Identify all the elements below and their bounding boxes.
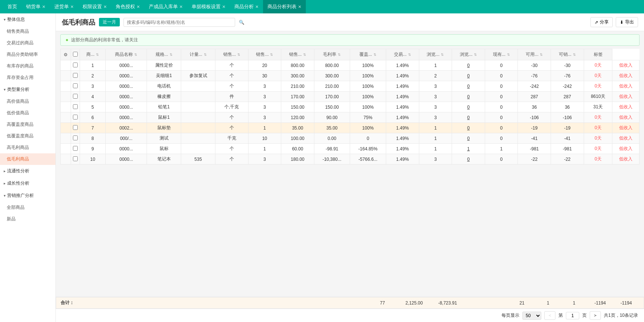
sidebar-item-high-coverage[interactable]: 高覆盖度商品 bbox=[0, 119, 55, 130]
th-sales-profit[interactable]: 销售...⇅ bbox=[281, 49, 314, 60]
row-checkbox[interactable] bbox=[73, 63, 78, 67]
nav-purchase-order-close[interactable]: ✕ bbox=[70, 4, 74, 9]
search-icon[interactable]: 🔍 bbox=[239, 20, 244, 25]
next-page-button[interactable]: ＞ bbox=[590, 311, 601, 320]
share-button[interactable]: ⇗ 分享 bbox=[590, 17, 613, 27]
sidebar-item-stock-capital[interactable]: 库存资金占用 bbox=[0, 72, 55, 83]
row-browse1[interactable]: 0 bbox=[452, 81, 485, 92]
browse1-link[interactable]: 1 bbox=[467, 146, 470, 152]
row-browse1[interactable]: 0 bbox=[452, 60, 485, 71]
nav-sales-order-close[interactable]: ✕ bbox=[42, 4, 45, 9]
row-browse1[interactable]: 0 bbox=[452, 112, 485, 123]
nav-product-analysis-list-close[interactable]: ✕ bbox=[298, 4, 301, 9]
browse1-link[interactable]: 0 bbox=[467, 73, 470, 79]
browse1-link[interactable]: 0 bbox=[467, 84, 470, 89]
th-name[interactable]: 商品名称⇅ bbox=[106, 49, 147, 60]
nav-sales-order[interactable]: 销货单 ✕ bbox=[22, 0, 50, 13]
row-checkbox-cell[interactable] bbox=[71, 133, 80, 144]
row-browse1[interactable]: 1 bbox=[452, 144, 485, 154]
nav-role-auth-close[interactable]: ✕ bbox=[137, 4, 140, 9]
nav-product-analysis[interactable]: 商品分析 ✕ bbox=[230, 0, 263, 13]
browse1-link[interactable]: 0 bbox=[467, 94, 470, 99]
sidebar-item-sales-goods[interactable]: 销售类商品 bbox=[0, 26, 55, 37]
nav-product-inbound[interactable]: 产成品入库单 ✕ bbox=[144, 0, 187, 13]
th-current-stock[interactable]: 现有...⇅ bbox=[485, 49, 518, 60]
browse1-link[interactable]: 0 bbox=[467, 136, 470, 141]
row-checkbox-cell[interactable] bbox=[71, 102, 80, 112]
row-checkbox[interactable] bbox=[73, 73, 78, 78]
th-sales-qty[interactable]: 销售...⇅ bbox=[215, 49, 248, 60]
nav-template-settings-close[interactable]: ✕ bbox=[222, 4, 225, 9]
sidebar-group-growth[interactable]: ▸ 成长性分析 bbox=[0, 177, 55, 189]
page-number-input[interactable] bbox=[566, 312, 579, 319]
nav-permissions-close[interactable]: ✕ bbox=[103, 4, 107, 9]
th-browse1[interactable]: 浏览...⇅ bbox=[419, 49, 452, 60]
th-browse2[interactable]: 浏览...⇅ bbox=[452, 49, 485, 60]
th-gross-margin[interactable]: 毛利率⇅ bbox=[314, 49, 350, 60]
th-transaction[interactable]: 交易...⇅ bbox=[386, 49, 419, 60]
row-checkbox-cell[interactable] bbox=[71, 123, 80, 133]
th-sales-amount[interactable]: 销售...⇅ bbox=[248, 49, 281, 60]
sidebar-item-in-stock[interactable]: 有库存的商品 bbox=[0, 60, 55, 72]
row-browse1[interactable]: 0 bbox=[452, 133, 485, 144]
sidebar-group-marketing[interactable]: ▾ 营销推广分析 bbox=[0, 189, 55, 202]
nav-product-analysis-list[interactable]: 商品分析列表 ✕ bbox=[263, 0, 306, 13]
row-checkbox-cell[interactable] bbox=[71, 144, 80, 154]
row-checkbox[interactable] bbox=[73, 115, 78, 119]
nav-permissions[interactable]: 权限设置 ✕ bbox=[78, 0, 111, 13]
sidebar-group-circulation[interactable]: ▸ 流通性分析 bbox=[0, 165, 55, 177]
browse1-link[interactable]: 0 bbox=[467, 157, 470, 162]
sidebar-item-high-value[interactable]: 高价值商品 bbox=[0, 96, 55, 107]
nav-purchase-order[interactable]: 进货单 ✕ bbox=[50, 0, 78, 13]
row-checkbox-cell[interactable] bbox=[71, 92, 80, 102]
row-checkbox-cell[interactable] bbox=[71, 154, 80, 165]
search-input[interactable] bbox=[124, 18, 235, 27]
browse1-link[interactable]: 0 bbox=[467, 105, 470, 110]
sidebar-item-traded-goods[interactable]: 交易过的商品 bbox=[0, 37, 55, 49]
sidebar-item-all-goods[interactable]: 全部商品 bbox=[0, 202, 55, 213]
row-browse1[interactable]: 0 bbox=[452, 123, 485, 133]
row-checkbox[interactable] bbox=[73, 146, 78, 151]
th-sellable[interactable]: 可销...⇅ bbox=[551, 49, 584, 60]
th-spec[interactable]: 规格...⇅ bbox=[147, 49, 181, 60]
sidebar-item-low-coverage[interactable]: 低覆盖度商品 bbox=[0, 130, 55, 142]
row-checkbox[interactable] bbox=[73, 94, 78, 99]
browse1-link[interactable]: 0 bbox=[467, 63, 470, 68]
th-code[interactable]: 商...⇅ bbox=[80, 49, 106, 60]
row-checkbox[interactable] bbox=[73, 125, 78, 130]
nav-product-analysis-close[interactable]: ✕ bbox=[255, 4, 259, 9]
row-browse1[interactable]: 0 bbox=[452, 92, 485, 102]
nav-home[interactable]: 首页 bbox=[3, 0, 22, 13]
sidebar-item-low-value[interactable]: 低价值商品 bbox=[0, 107, 55, 119]
sidebar-item-low-margin[interactable]: 低毛利商品 bbox=[0, 153, 55, 165]
row-browse1[interactable]: 0 bbox=[452, 71, 485, 81]
export-button[interactable]: ⬇ 导出 bbox=[616, 17, 638, 27]
sidebar-item-high-margin[interactable]: 高毛利商品 bbox=[0, 142, 55, 153]
sidebar-group-category[interactable]: ▾ 类型量分析 bbox=[0, 83, 55, 96]
sidebar-item-new-goods[interactable]: 新品 bbox=[0, 213, 55, 225]
browse1-link[interactable]: 0 bbox=[467, 115, 470, 120]
row-checkbox[interactable] bbox=[73, 104, 78, 109]
row-checkbox-cell[interactable] bbox=[71, 81, 80, 92]
per-page-select[interactable]: 50 100 bbox=[522, 312, 541, 320]
row-checkbox-cell[interactable] bbox=[71, 112, 80, 123]
th-coverage[interactable]: 覆盖...⇅ bbox=[350, 49, 386, 60]
row-checkbox-cell[interactable] bbox=[71, 60, 80, 71]
row-checkbox[interactable] bbox=[73, 83, 78, 88]
th-available[interactable]: 可用...⇅ bbox=[518, 49, 551, 60]
browse1-link[interactable]: 0 bbox=[467, 125, 470, 131]
row-checkbox-cell[interactable] bbox=[71, 71, 80, 81]
row-checkbox[interactable] bbox=[73, 156, 78, 161]
nav-template-settings[interactable]: 单据模板设置 ✕ bbox=[187, 0, 230, 13]
row-checkbox[interactable] bbox=[73, 136, 78, 140]
time-filter-button[interactable]: 近一月 bbox=[99, 18, 120, 26]
nav-product-inbound-close[interactable]: ✕ bbox=[179, 4, 183, 9]
th-settings[interactable]: ⚙ bbox=[61, 49, 71, 60]
select-all-checkbox[interactable] bbox=[73, 52, 78, 57]
row-browse1[interactable]: 0 bbox=[452, 154, 485, 165]
sidebar-group-overall[interactable]: ▾ 整体信息 bbox=[0, 13, 55, 26]
th-unit[interactable]: 计量...⇅ bbox=[181, 49, 215, 60]
nav-role-auth[interactable]: 角色授权 ✕ bbox=[111, 0, 144, 13]
row-browse1[interactable]: 0 bbox=[452, 102, 485, 112]
prev-page-button[interactable]: ＜ bbox=[544, 311, 555, 320]
